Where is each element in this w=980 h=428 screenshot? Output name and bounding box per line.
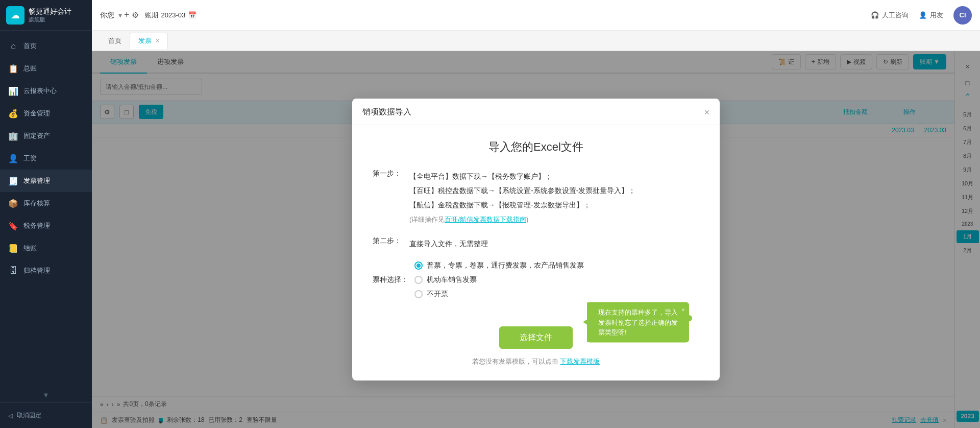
sidebar-item-invoice[interactable]: 🧾 发票管理	[0, 170, 92, 192]
tab-home-label: 首页	[108, 36, 121, 45]
sidebar-label-tax: 税务管理	[23, 221, 50, 230]
logo-sub: 旗舰版	[29, 16, 71, 23]
cancel-pin-icon: ◁	[8, 412, 13, 419]
period-label: 账期	[145, 11, 158, 20]
radio-motor-label: 机动车销售发票	[427, 275, 477, 284]
sidebar-item-ledger[interactable]: 📋 总账	[0, 57, 92, 80]
logo-icon: ☁	[6, 6, 24, 25]
radio-options: 普票，专票，卷票，通行费发票，农产品销售发票 机动车销售发票 不开票	[414, 261, 584, 299]
modal-title: 销项数据导入	[362, 107, 411, 117]
asset-icon: 🏢	[8, 131, 18, 141]
modal-main-title: 导入您的Excel文件	[373, 139, 699, 155]
sidebar-label-reports: 云报表中心	[23, 86, 57, 96]
topbar: 你您 ▾ + ⚙ 账期 2023-03 📅 🎧 人工咨询 👤 用友	[92, 0, 980, 31]
tabbar: 首页 发票 ×	[92, 31, 980, 51]
radio-motor[interactable]: 机动车销售发票	[414, 275, 584, 284]
radio-general[interactable]: 普票，专票，卷票，通行费发票，农产品销售发票	[414, 261, 584, 270]
sidebar-item-tax[interactable]: 🔖 税务管理	[0, 215, 92, 237]
topbar-account: 你您 ▾	[100, 11, 122, 20]
radio-general-label: 普票，专票，卷票，通行费发票，农产品销售发票	[427, 261, 584, 270]
sidebar-label-invoice: 发票管理	[23, 176, 50, 185]
radio-no-invoice[interactable]: 不开票	[414, 290, 584, 299]
logo-title: 畅捷通好会计	[29, 7, 71, 16]
tooltip-bar	[587, 302, 589, 343]
tab-invoice-close-icon[interactable]: ×	[156, 37, 159, 44]
content-area: 销项发票 进项发票 📜 证 + 新增	[92, 51, 980, 428]
modal-body: 导入您的Excel文件 第一步： 【全电平台】数据下载→【税务数字账户】； 【百…	[352, 125, 720, 318]
sidebar: ☁ 畅捷通好会计 旗舰版 ⌂ 首页 📋 总账 📊 云报表中心 💰 资金管理	[0, 0, 92, 428]
wage-icon: 👤	[8, 153, 18, 163]
user-label: 用友	[930, 11, 943, 20]
invoice-icon: 🧾	[8, 176, 18, 186]
tab-invoice-label: 发票	[138, 36, 152, 45]
tooltip-close-icon[interactable]: ×	[681, 305, 685, 315]
sidebar-label-fund: 资金管理	[23, 109, 50, 118]
topbar-plus-icon[interactable]: +	[124, 10, 130, 20]
sidebar-item-archive[interactable]: 🗄 归档管理	[0, 259, 92, 282]
radio-motor-circle	[414, 276, 423, 284]
modal-footer-note: 若您没有发票模版，可以点击 下载发票模版	[472, 357, 600, 366]
modal-overlay: 销项数据导入 × 导入您的Excel文件 第一步： 【全电平台】数据下载→【税务…	[92, 51, 980, 428]
tab-home[interactable]: 首页	[100, 33, 130, 49]
user-icon: 👤	[919, 11, 927, 19]
period-value: 2023-03	[161, 11, 186, 19]
sidebar-label-settle: 结账	[23, 244, 37, 253]
step1-label: 第一步：	[373, 169, 401, 226]
download-template-link[interactable]: 下载发票模版	[560, 358, 600, 365]
account-chevron-icon[interactable]: ▾	[118, 11, 122, 19]
radio-no-invoice-label: 不开票	[427, 290, 448, 299]
sidebar-logo: ☁ 畅捷通好会计 旗舰版	[0, 0, 92, 31]
home-icon: ⌂	[8, 41, 18, 51]
sidebar-label-asset: 固定资产	[23, 131, 50, 140]
topbar-consult[interactable]: 🎧 人工咨询	[871, 11, 909, 20]
radio-general-circle	[414, 261, 423, 270]
step2: 第二步： 直接导入文件，无需整理	[373, 236, 699, 251]
step1-line-2: 【百旺】税控盘数据下载→【系统设置-系统参数设置-发票批量导入】；	[409, 183, 635, 198]
reports-icon: 📊	[8, 86, 18, 96]
sidebar-label-ledger: 总账	[23, 64, 37, 73]
sidebar-label-wage: 工资	[23, 154, 37, 163]
topbar-period: 账期 2023-03 📅	[145, 11, 197, 20]
step2-label: 第二步：	[373, 236, 401, 251]
tab-invoice[interactable]: 发票 ×	[130, 33, 168, 49]
tax-icon: 🔖	[8, 221, 18, 231]
sidebar-item-asset[interactable]: 🏢 固定资产	[0, 125, 92, 147]
sidebar-label-archive: 归档管理	[23, 266, 50, 275]
modal-header: 销项数据导入 ×	[352, 99, 720, 125]
radio-no-invoice-circle	[414, 290, 423, 298]
sidebar-footer: ◁ 取消固定	[0, 402, 92, 428]
step1-link-anchor[interactable]: 百旺/航信发票数据下载指南	[445, 216, 526, 223]
sidebar-label-inventory: 库存核算	[23, 199, 50, 208]
sidebar-item-home[interactable]: ⌂ 首页	[0, 35, 92, 57]
step1: 第一步： 【全电平台】数据下载→【税务数字账户】； 【百旺】税控盘数据下载→【系…	[373, 169, 699, 226]
step2-content: 直接导入文件，无需整理	[409, 236, 488, 251]
avatar: CI	[953, 6, 972, 25]
consult-label: 人工咨询	[882, 11, 909, 20]
topbar-user[interactable]: 👤 用友	[919, 11, 943, 20]
sidebar-footer-cancel[interactable]: ◁ 取消固定	[8, 408, 84, 423]
sidebar-item-fund[interactable]: 💰 资金管理	[0, 102, 92, 125]
headset-icon: 🎧	[871, 11, 879, 19]
tooltip-text: 现在支持的票种多了，导入发票时别忘了选择正确的发票类型呀!	[594, 307, 682, 338]
sidebar-item-wage[interactable]: 👤 工资	[0, 147, 92, 170]
modal-close-button[interactable]: ×	[704, 108, 709, 117]
sidebar-nav: ⌂ 首页 📋 总账 📊 云报表中心 💰 资金管理 🏢 固定资产 👤 工资	[0, 31, 92, 387]
sidebar-item-settle[interactable]: 📒 结账	[0, 237, 92, 259]
avatar-initials: CI	[960, 11, 966, 19]
period-calendar-icon[interactable]: 📅	[188, 11, 197, 19]
tooltip-bubble: 现在支持的票种多了，导入发票时别忘了选择正确的发票类型呀! ×	[587, 302, 689, 343]
fund-icon: 💰	[8, 108, 18, 118]
sidebar-item-reports[interactable]: 📊 云报表中心	[0, 80, 92, 102]
ledger-icon: 📋	[8, 63, 18, 74]
import-modal: 销项数据导入 × 导入您的Excel文件 第一步： 【全电平台】数据下载→【税务…	[352, 99, 720, 381]
sidebar-scroll-down[interactable]: ▼	[0, 387, 92, 402]
ticket-type-group: 票种选择： 普票，专票，卷票，通行费发票，农产品销售发票 机动车销售发票	[373, 261, 699, 299]
archive-icon: 🗄	[8, 266, 18, 276]
settle-icon: 📒	[8, 243, 18, 253]
ticket-label: 票种选择：	[373, 275, 408, 284]
sidebar-item-inventory[interactable]: 📦 库存核算	[0, 192, 92, 215]
select-file-button[interactable]: 选择文件	[499, 326, 573, 349]
topbar-gear-icon[interactable]: ⚙	[132, 10, 139, 20]
step1-content: 【全电平台】数据下载→【税务数字账户】； 【百旺】税控盘数据下载→【系统设置-系…	[409, 169, 635, 226]
account-name: 你您	[100, 11, 114, 20]
